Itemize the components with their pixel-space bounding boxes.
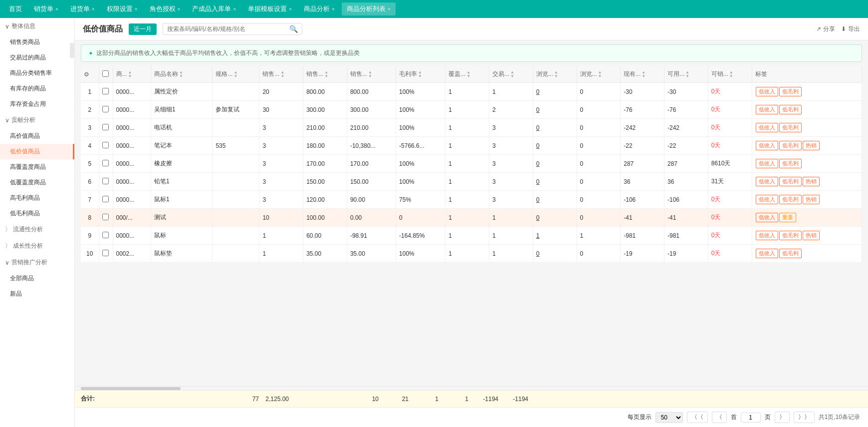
- row-checkbox[interactable]: [102, 196, 109, 202]
- browse-link[interactable]: 0: [536, 142, 540, 149]
- sidebar-item-stocked-products[interactable]: 有库存的商品: [0, 81, 74, 96]
- search-input[interactable]: [167, 25, 286, 32]
- row-checkbox-cell[interactable]: [99, 209, 113, 227]
- product-spec: 参加复试: [213, 101, 259, 119]
- tag-badge: 低收入: [756, 231, 778, 240]
- th-sale2: 销售...▲▼: [303, 66, 347, 83]
- horizontal-scrollbar[interactable]: [75, 386, 868, 390]
- row-checkbox-cell[interactable]: [99, 101, 113, 119]
- browse-count[interactable]: 0: [533, 155, 577, 173]
- browse-count[interactable]: 0: [533, 209, 577, 227]
- browse-count2: 0: [577, 245, 621, 263]
- close-analysis-icon[interactable]: ×: [332, 6, 335, 12]
- row-checkbox[interactable]: [102, 142, 109, 148]
- browse-count[interactable]: 0: [533, 245, 577, 263]
- row-checkbox[interactable]: [102, 250, 109, 256]
- last-page-button[interactable]: 〉〉: [794, 412, 815, 423]
- row-checkbox-cell[interactable]: [99, 245, 113, 263]
- row-checkbox[interactable]: [102, 124, 109, 130]
- close-permission-icon[interactable]: ×: [135, 6, 138, 12]
- sidebar-section-marketing[interactable]: ∨ 营销推广分析: [0, 254, 74, 271]
- browse-link[interactable]: 1: [536, 232, 540, 239]
- sidebar-item-all-products[interactable]: 全部商品: [0, 271, 74, 286]
- nav-template-settings[interactable]: 单据模板设置 ×: [243, 2, 297, 15]
- sidebar-section-growth[interactable]: 〉 成长性分析: [0, 238, 74, 254]
- sidebar-item-high-coverage[interactable]: 高覆盖度商品: [0, 159, 74, 175]
- row-checkbox[interactable]: [102, 214, 109, 220]
- row-checkbox-cell[interactable]: [99, 119, 113, 137]
- close-purchase-order-icon[interactable]: ×: [92, 6, 95, 12]
- sidebar-item-high-profit[interactable]: 高毛利商品: [0, 190, 74, 206]
- row-checkbox-cell[interactable]: [99, 137, 113, 155]
- sidebar-item-category-sales-rate[interactable]: 商品分类销售率: [0, 65, 74, 81]
- row-checkbox[interactable]: [102, 160, 109, 166]
- info-icon: ✦: [88, 50, 93, 57]
- browse-count[interactable]: 0: [533, 173, 577, 191]
- first-page-button[interactable]: 〈〈: [687, 412, 708, 423]
- sidebar-item-inventory-fund[interactable]: 库存资金占用: [0, 96, 74, 112]
- sidebar-item-low-coverage[interactable]: 低覆盖度商品: [0, 175, 74, 190]
- close-analysis-list-icon[interactable]: ×: [388, 6, 391, 12]
- browse-count[interactable]: 0: [533, 137, 577, 155]
- browse-link[interactable]: 0: [536, 124, 540, 131]
- th-checkbox[interactable]: [99, 66, 113, 83]
- browse-count[interactable]: 0: [533, 119, 577, 137]
- sidebar-item-new-products[interactable]: 新品: [0, 286, 74, 302]
- close-template-icon[interactable]: ×: [289, 6, 292, 12]
- sidebar-section-contribution[interactable]: ∨ 贡献分析: [0, 112, 74, 128]
- next-page-button[interactable]: 〉: [775, 412, 790, 423]
- nav-home[interactable]: 首页: [4, 2, 27, 15]
- page-number-input[interactable]: [741, 413, 761, 423]
- nav-product-analysis-list[interactable]: 商品分析列表 ×: [342, 2, 396, 15]
- search-icon[interactable]: 🔍: [289, 25, 298, 33]
- sidebar-item-high-value[interactable]: 高价值商品: [0, 128, 74, 144]
- close-sales-order-icon[interactable]: ×: [55, 6, 58, 12]
- sidebar-item-low-profit[interactable]: 低毛利商品: [0, 206, 74, 221]
- sidebar-collapse-button[interactable]: 《: [70, 43, 75, 58]
- search-box: 🔍: [163, 23, 302, 35]
- browse-link[interactable]: 0: [536, 88, 540, 95]
- browse-link[interactable]: 0: [536, 196, 540, 203]
- row-checkbox-cell[interactable]: [99, 155, 113, 173]
- row-checkbox-cell[interactable]: [99, 227, 113, 245]
- browse-link[interactable]: 0: [536, 106, 540, 113]
- export-button[interactable]: ⬇ 导出: [841, 25, 860, 33]
- browse-link[interactable]: 0: [536, 178, 540, 185]
- close-role-icon[interactable]: ×: [178, 6, 181, 12]
- nav-product-analysis[interactable]: 商品分析 ×: [299, 2, 340, 15]
- row-checkbox[interactable]: [102, 232, 109, 238]
- nav-purchase-order[interactable]: 进货单 ×: [65, 2, 100, 15]
- close-product-icon[interactable]: ×: [233, 6, 236, 12]
- browse-count[interactable]: 0: [533, 191, 577, 209]
- filter-recent-month-button[interactable]: 近一月: [129, 23, 157, 35]
- share-button[interactable]: ↗ 分享: [816, 25, 835, 33]
- product-name: 笔记本: [151, 137, 213, 155]
- select-all-checkbox[interactable]: [102, 70, 109, 77]
- sidebar-item-traded-products[interactable]: 交易过的商品: [0, 50, 74, 65]
- page-size-select[interactable]: 50 100 200: [655, 412, 683, 423]
- row-checkbox[interactable]: [102, 178, 109, 184]
- browse-link[interactable]: 0: [536, 250, 540, 257]
- prev-page-button[interactable]: 〈: [712, 412, 727, 423]
- row-checkbox[interactable]: [102, 88, 109, 94]
- sidebar-section-overall[interactable]: ∨ 整体信息: [0, 18, 74, 34]
- nav-sales-order[interactable]: 销货单 ×: [29, 2, 63, 15]
- row-checkbox[interactable]: [102, 106, 109, 112]
- row-checkbox-cell[interactable]: [99, 173, 113, 191]
- browse-count[interactable]: 0: [533, 83, 577, 101]
- row-checkbox-cell[interactable]: [99, 191, 113, 209]
- browse-link[interactable]: 0: [536, 214, 540, 221]
- sidebar-item-sales-products[interactable]: 销售类商品: [0, 34, 74, 50]
- browse-count[interactable]: 0: [533, 101, 577, 119]
- nav-role-auth[interactable]: 角色授权 ×: [145, 2, 186, 15]
- sidebar-section-liquidity[interactable]: 〉 流通性分析: [0, 221, 74, 238]
- sidebar-item-low-value[interactable]: 低价值商品: [0, 144, 74, 159]
- nav-permission-settings[interactable]: 权限设置 ×: [102, 2, 143, 15]
- trade-count: 1: [489, 209, 533, 227]
- notice-text: 这部分商品的销售收入大幅低于商品平均销售收入，价值不高，可考虑调整营销策略，或是…: [96, 49, 360, 57]
- browse-count[interactable]: 1: [533, 227, 577, 245]
- th-settings[interactable]: ⚙: [81, 66, 99, 83]
- row-checkbox-cell[interactable]: [99, 83, 113, 101]
- nav-product-storage[interactable]: 产成品入库单 ×: [187, 2, 241, 15]
- browse-link[interactable]: 0: [536, 160, 540, 167]
